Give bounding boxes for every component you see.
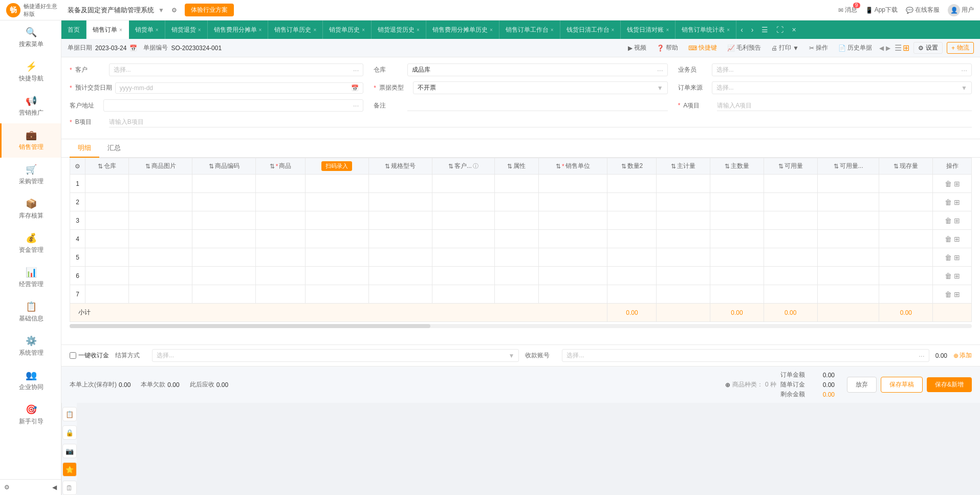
tab-cash-workbench[interactable]: 钱货日清工作台 ×: [560, 20, 621, 39]
tab-close-order-history[interactable]: ×: [313, 27, 316, 33]
tab-detail[interactable]: 明细: [70, 139, 99, 158]
salesperson-dots-btn[interactable]: ···: [961, 66, 967, 74]
app-download-btn[interactable]: 📱 App下载: [865, 6, 898, 14]
sidebar-item-management[interactable]: 📊 经营管理: [0, 261, 61, 295]
calendar-icon[interactable]: 📅: [129, 45, 137, 52]
profit-btn[interactable]: 📈 毛利预告: [724, 42, 764, 53]
tab-close-sales-order[interactable]: ×: [119, 27, 122, 33]
row-delete-btn-7[interactable]: 🗑: [945, 290, 952, 298]
row-stock-1[interactable]: [879, 175, 933, 193]
notification-btn[interactable]: ✉ 9 消息: [838, 6, 857, 14]
row-available2-1[interactable]: [817, 175, 879, 193]
tab-return-history[interactable]: 销货退货历史 ×: [372, 20, 426, 39]
row-copy-btn-3[interactable]: ⊞: [954, 217, 960, 225]
view-list-btn[interactable]: ☰: [895, 43, 902, 53]
sidebar-collapse-btn[interactable]: ◀: [52, 484, 57, 491]
row-copy-btn-1[interactable]: ⊞: [954, 180, 960, 188]
salesperson-input[interactable]: 选择... ···: [712, 63, 972, 76]
row-copy-btn-2[interactable]: ⊞: [954, 198, 960, 206]
invoice-type-arrow[interactable]: ▼: [657, 84, 663, 92]
sidebar-item-sales[interactable]: 💼 销售管理: [0, 123, 61, 158]
row-delete-btn-6[interactable]: 🗑: [945, 272, 952, 280]
invoice-type-select[interactable]: 不开票 ▼: [413, 81, 668, 94]
quick-checkout-check[interactable]: [70, 352, 76, 359]
side-icon-4[interactable]: ⭐: [62, 462, 77, 477]
save-new-btn[interactable]: 保存&新增: [927, 377, 972, 392]
quick-checkout-checkbox[interactable]: 一键收订金: [70, 351, 109, 360]
warehouse-dots-btn[interactable]: ···: [657, 66, 663, 74]
row-code-1[interactable]: [192, 175, 256, 193]
industry-btn[interactable]: 体验行业方案: [185, 4, 234, 16]
scan-enter-btn[interactable]: 扫码录入: [321, 161, 352, 171]
tab-prev-btn[interactable]: ‹: [736, 26, 747, 34]
row-copy-btn-4[interactable]: ⊞: [954, 235, 960, 243]
sidebar-item-basic-info[interactable]: 📋 基础信息: [0, 295, 61, 329]
delivery-date-calendar-icon[interactable]: 📅: [351, 84, 359, 92]
settings-icon[interactable]: ⚙: [168, 4, 181, 16]
row-copy-btn-5[interactable]: ⊞: [954, 253, 960, 262]
row-copy-btn-7[interactable]: ⊞: [954, 290, 960, 298]
payment-method-select[interactable]: 选择... ▼: [152, 349, 519, 362]
tab-expense-split[interactable]: 销售费用分摊单 ×: [208, 20, 269, 39]
tab-close-order-workbench[interactable]: ×: [551, 27, 554, 33]
notes-input[interactable]: [407, 100, 667, 111]
order-source-arrow[interactable]: ▼: [961, 84, 967, 92]
tab-close-invoice-history[interactable]: ×: [362, 27, 365, 33]
tab-summary[interactable]: 汇总: [99, 139, 129, 158]
delivery-date-input[interactable]: yyyy-mm-dd 📅: [115, 82, 364, 94]
tab-expense-history[interactable]: 销售费用分摊单历史 ×: [426, 20, 499, 39]
print-btn[interactable]: 🖨 打印 ▼: [768, 42, 802, 53]
print-dropdown-icon[interactable]: ▼: [793, 45, 799, 52]
side-icon-2[interactable]: 🔒: [62, 425, 77, 440]
view-grid-btn[interactable]: ⊞: [903, 43, 909, 53]
tab-close-cash-workbench[interactable]: ×: [612, 27, 615, 33]
row-main-qty-1[interactable]: [710, 175, 764, 193]
shortcut-btn[interactable]: ⌨ 快捷键: [685, 42, 720, 53]
row-delete-btn-4[interactable]: 🗑: [945, 235, 952, 243]
add-logistics-btn[interactable]: + 物流: [947, 42, 974, 54]
sidebar-item-finance[interactable]: 💰 资金管理: [0, 226, 61, 261]
save-draft-btn[interactable]: 保存草稿: [881, 377, 923, 393]
sidebar-item-quicknav[interactable]: ⚡ 快捷导航: [0, 55, 61, 89]
tab-close-reconcile[interactable]: ×: [666, 27, 669, 33]
row-available-1[interactable]: [764, 175, 817, 193]
nav-prev-btn[interactable]: ◀: [879, 45, 884, 52]
row-copy-btn-6[interactable]: ⊞: [954, 272, 960, 280]
tab-sales-invoice[interactable]: 销货单 ×: [129, 20, 165, 39]
order-source-input[interactable]: 选择... ▼: [712, 81, 972, 94]
tab-close-statistics[interactable]: ×: [727, 27, 730, 33]
row-warehouse-1[interactable]: [85, 175, 129, 193]
row-product-1[interactable]: [256, 175, 305, 193]
abandon-btn[interactable]: 放弃: [847, 377, 877, 393]
tab-reconcile[interactable]: 钱货日清对账 ×: [621, 20, 676, 39]
nav-next-btn[interactable]: ▶: [886, 45, 890, 52]
horizontal-scrollbar[interactable]: [70, 324, 972, 328]
th-scan[interactable]: 扫码录入: [305, 158, 368, 175]
tab-close-return-history[interactable]: ×: [417, 27, 420, 33]
tab-close-expense-history[interactable]: ×: [490, 27, 493, 33]
customer-address-input[interactable]: ···: [103, 99, 363, 112]
payment-method-arrow[interactable]: ▼: [508, 352, 514, 359]
view-video-btn[interactable]: ▶ 视频: [625, 42, 649, 53]
tab-next-btn[interactable]: ›: [747, 26, 758, 34]
row-delete-btn-5[interactable]: 🗑: [945, 253, 952, 262]
receipt-account-select[interactable]: 选择... ···: [562, 349, 929, 362]
warehouse-input[interactable]: 成品库 ···: [407, 63, 667, 76]
sidebar-item-system[interactable]: ⚙️ 系统管理: [0, 329, 61, 363]
row-customer-code-1[interactable]: [432, 175, 494, 193]
sidebar-item-marketing[interactable]: 📢 营销推广: [0, 89, 61, 123]
tab-sales-order[interactable]: 销售订单 ×: [86, 20, 129, 39]
tab-close-btn[interactable]: ×: [788, 26, 800, 34]
customer-dots-btn[interactable]: ···: [353, 66, 359, 74]
side-icon-3[interactable]: 📷: [62, 444, 77, 458]
row-delete-btn-1[interactable]: 🗑: [945, 180, 952, 188]
receipt-account-dots-btn[interactable]: ···: [919, 352, 925, 360]
th-settings[interactable]: ⚙: [70, 158, 85, 175]
row-main-unit-1[interactable]: [657, 175, 710, 193]
sidebar-item-search[interactable]: 🔍 搜索菜单: [0, 20, 61, 55]
tab-order-history[interactable]: 销售订单历史 ×: [268, 20, 323, 39]
address-dots-btn[interactable]: ···: [353, 101, 359, 110]
tab-statistics[interactable]: 销售订单统计表 ×: [676, 20, 736, 39]
row-qty2-1[interactable]: [607, 175, 657, 193]
online-service-btn[interactable]: 💬 在线客服: [906, 6, 940, 14]
